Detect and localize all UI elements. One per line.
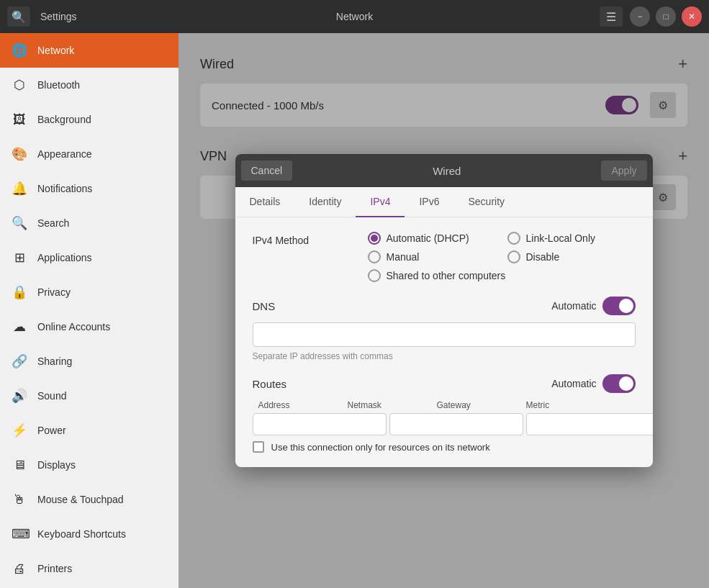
sidebar-item-sound[interactable]: 🔊 Sound (0, 379, 179, 413)
radio-disable-label: Disable (526, 251, 560, 263)
tab-identity[interactable]: Identity (294, 187, 356, 217)
routes-gateway-input[interactable] (526, 413, 653, 435)
sidebar-item-label: Background (37, 114, 91, 125)
dns-row: DNS Automatic (253, 297, 636, 315)
checkbox-row[interactable]: Use this connection only for resources o… (253, 441, 636, 453)
sidebar-item-applications[interactable]: ⊞ Applications (0, 240, 179, 275)
displays-icon: 🖥 (12, 458, 27, 473)
sidebar-item-power[interactable]: ⚡ Power (0, 413, 179, 448)
sidebar-item-privacy[interactable]: 🔒 Privacy (0, 275, 179, 309)
sidebar-item-network[interactable]: 🌐 Network (0, 33, 179, 68)
tab-ipv6[interactable]: IPv6 (405, 187, 453, 217)
printers-icon: 🖨 (12, 561, 27, 576)
menu-button[interactable]: ☰ (600, 6, 623, 27)
routes-row: Routes Automatic (253, 374, 636, 393)
routes-netmask-input[interactable] (389, 413, 523, 435)
routes-address-input[interactable] (253, 413, 387, 435)
tab-ipv4[interactable]: IPv4 (356, 187, 405, 217)
dns-toggle[interactable] (602, 297, 636, 315)
radio-link-local-label: Link-Local Only (526, 232, 596, 244)
sidebar-item-label: Power (37, 425, 66, 436)
app-title: Settings (40, 11, 592, 22)
ipv4-method-row: IPv4 Method Automatic (DHCP) (253, 232, 636, 282)
routes-col-address: Address (253, 400, 339, 410)
radio-shared[interactable]: Shared to other computers (368, 269, 636, 282)
dns-section: DNS Automatic Separate (253, 297, 636, 361)
radio-auto-dhcp-circle (368, 232, 381, 245)
sidebar-item-mouse-touchpad[interactable]: 🖱 Mouse & Touchpad (0, 482, 179, 517)
routes-table-header: Address Netmask Gateway Metric (253, 400, 636, 413)
sharing-icon: 🔗 (12, 353, 27, 369)
radio-auto-dhcp-dot (371, 235, 378, 242)
sidebar-item-label: Printers (37, 563, 72, 574)
content-area: Wired + Connected - 1000 Mb/s ⚙ VPN + Of… (179, 33, 709, 588)
applications-icon: ⊞ (12, 250, 27, 266)
routes-toggle[interactable] (602, 374, 636, 393)
routes-col-metric: Metric (520, 400, 607, 410)
search-sidebar-icon: 🔍 (12, 215, 27, 231)
radio-shared-label: Shared to other computers (387, 270, 506, 281)
radio-shared-circle (368, 269, 381, 282)
sidebar-item-label: Sharing (37, 356, 72, 367)
minimize-button[interactable]: − (630, 6, 650, 27)
radio-manual[interactable]: Manual (368, 250, 496, 263)
sidebar-item-label: Notifications (37, 183, 92, 194)
tab-security[interactable]: Security (453, 187, 519, 217)
privacy-icon: 🔒 (12, 284, 27, 300)
titlebar: 🔍 Settings ☰ Network − □ ✕ (0, 0, 709, 33)
network-icon: 🌐 (12, 42, 27, 58)
search-button[interactable]: 🔍 (7, 6, 30, 27)
routes-automatic-label: Automatic (551, 378, 596, 389)
radio-auto-dhcp[interactable]: Automatic (DHCP) (368, 232, 496, 245)
sidebar-item-label: Keyboard Shortcuts (37, 528, 126, 540)
radio-link-local[interactable]: Link-Local Only (507, 232, 636, 245)
dns-label: DNS (253, 300, 276, 312)
close-button[interactable]: ✕ (682, 6, 702, 27)
sidebar-item-keyboard-shortcuts[interactable]: ⌨ Keyboard Shortcuts (0, 517, 179, 551)
sidebar-item-label: Mouse & Touchpad (37, 494, 124, 505)
modal-cancel-button[interactable]: Cancel (241, 160, 293, 181)
ipv4-method-controls: Automatic (DHCP) Link-Local Only Manual (368, 232, 636, 282)
radio-disable[interactable]: Disable (507, 250, 636, 263)
tab-details[interactable]: Details (235, 187, 295, 217)
keyboard-icon: ⌨ (12, 526, 27, 542)
modal-body: IPv4 Method Automatic (DHCP) (235, 217, 653, 467)
sidebar-item-sharing[interactable]: 🔗 Sharing (0, 344, 179, 379)
radio-disable-circle (507, 250, 520, 263)
routes-col-netmask: Netmask (342, 400, 428, 410)
sidebar: 🌐 Network ⬡ Bluetooth 🖼 Background 🎨 App… (0, 33, 179, 588)
routes-input-row: 🗑 (253, 413, 636, 435)
sidebar-item-label: Online Accounts (37, 321, 110, 333)
online-accounts-icon: ☁ (12, 319, 27, 335)
sidebar-item-online-accounts[interactable]: ☁ Online Accounts (0, 309, 179, 344)
radio-link-local-circle (507, 232, 520, 245)
routes-auto-row: Automatic (551, 374, 635, 393)
modal-apply-button[interactable]: Apply (601, 160, 646, 181)
sidebar-item-appearance[interactable]: 🎨 Appearance (0, 137, 179, 171)
wired-dialog: Cancel Wired Apply Details Identity IPv4… (235, 154, 653, 467)
sidebar-item-printers[interactable]: 🖨 Printers (0, 551, 179, 586)
menu-icon: ☰ (606, 10, 616, 24)
dns-input[interactable] (253, 322, 636, 347)
checkbox-label: Use this connection only for resources o… (271, 442, 490, 453)
sidebar-item-background[interactable]: 🖼 Background (0, 102, 179, 137)
radio-auto-dhcp-label: Automatic (DHCP) (387, 232, 469, 244)
sidebar-item-label: Sound (37, 390, 66, 402)
sidebar-item-label: Bluetooth (37, 79, 80, 91)
modal-tabs: Details Identity IPv4 IPv6 Security (235, 187, 653, 217)
sidebar-item-notifications[interactable]: 🔔 Notifications (0, 171, 179, 206)
window-controls: − □ ✕ (630, 6, 702, 27)
window-title: Network (336, 11, 373, 22)
ipv4-method-group: Automatic (DHCP) Link-Local Only Manual (368, 232, 636, 282)
sidebar-item-label: Search (37, 217, 69, 229)
appearance-icon: 🎨 (12, 146, 27, 162)
sidebar-item-bluetooth[interactable]: ⬡ Bluetooth (0, 68, 179, 102)
sidebar-item-search[interactable]: 🔍 Search (0, 206, 179, 240)
maximize-button[interactable]: □ (656, 6, 676, 27)
sound-icon: 🔊 (12, 388, 27, 404)
routes-col-gateway: Gateway (431, 400, 518, 410)
sidebar-item-label: Displays (37, 459, 76, 471)
sidebar-item-displays[interactable]: 🖥 Displays (0, 448, 179, 482)
sidebar-item-label: Appearance (37, 148, 92, 160)
checkbox-resources-only[interactable] (253, 441, 264, 453)
